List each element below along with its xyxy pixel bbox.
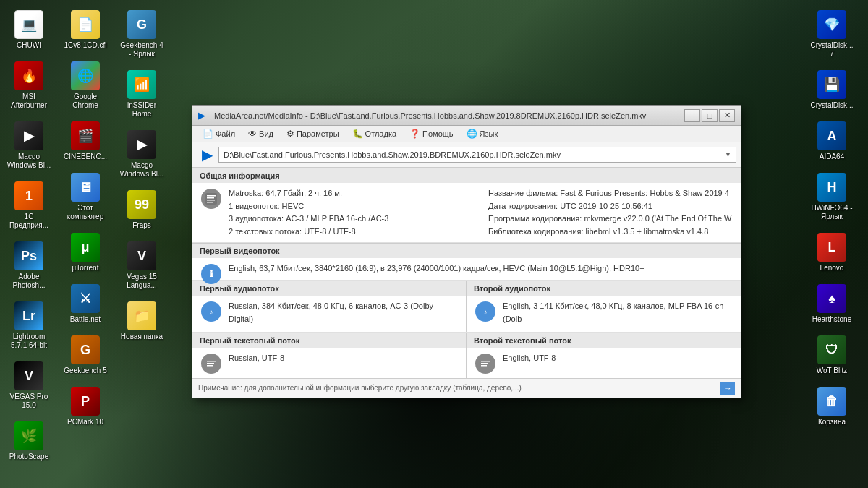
desktop-icon-macgo2[interactable]: ▶ Macgo Windows Bl... xyxy=(116,127,167,181)
desktop-icon-vegas[interactable]: V VEGAS Pro 15.0 xyxy=(4,359,54,413)
menu-lang[interactable]: 🌐 Язык xyxy=(461,127,504,140)
desktop-icon-file1c[interactable]: 📄 1Cv8.1CD.cfl xyxy=(60,7,111,53)
desktop-icon-chrome[interactable]: 🌐 Google Chrome xyxy=(60,59,111,113)
recycle-icon-img: 🗑 xyxy=(817,387,846,416)
macgo-label: Macgo Windows Bl... xyxy=(7,153,51,170)
general-libebml: Библиотека кодирования: libebml v1.3.5 +… xyxy=(488,226,733,239)
audio2-section: Второй аудиопоток ♪ English, 3 141 Кбит/… xyxy=(467,281,741,332)
onec-label: 1С Предприя... xyxy=(7,213,51,230)
video-icon: ℹ xyxy=(200,262,223,286)
text2-info: English, UTF-8 xyxy=(503,352,733,365)
audio2-text: English, 3 141 Кбит/сек, 48,0 КГц, 8 кан… xyxy=(503,300,733,325)
desktop-icon-geekbench4[interactable]: G Geekbench 4 - Ярлык xyxy=(116,7,167,61)
general-right: Название фильма: Fast & Furious Presents… xyxy=(488,187,733,238)
desktop-icon-macgo[interactable]: ▶ Macgo Windows Bl... xyxy=(4,119,54,173)
photoscape-icon-img: 🌿 xyxy=(14,421,43,450)
footer-arrow-button[interactable]: → xyxy=(720,382,735,395)
menu-help-label: Помощь xyxy=(422,129,454,138)
desktop-icon-aida64[interactable]: A AIDA64 xyxy=(807,119,857,164)
menu-options-label: Параметры xyxy=(297,129,339,138)
vegas-label: VEGAS Pro 15.0 xyxy=(7,393,51,410)
desktop-icon-crystal1[interactable]: 💎 CrystalDisk... 7 xyxy=(807,7,857,61)
svg-rect-15 xyxy=(481,363,488,364)
general-video: 1 видеопоток: HEVC xyxy=(229,200,474,213)
fraps-label: Fraps xyxy=(132,221,151,230)
close-button[interactable]: ✕ xyxy=(719,109,735,122)
svg-rect-2 xyxy=(207,197,214,199)
svg-rect-14 xyxy=(481,361,490,362)
lenovo-label: Lenovo xyxy=(820,264,844,273)
vegas-icon-img: V xyxy=(14,361,43,390)
general-audio: 3 аудиопотока: AC-3 / MLP FBA 16-ch /AC-… xyxy=(229,213,474,226)
desktop-icon-photoscape[interactable]: 🌿 PhotoScape xyxy=(4,419,54,464)
menu-debug[interactable]: 🐛 Отладка xyxy=(346,127,402,140)
menu-view[interactable]: 👁 Вид xyxy=(242,127,279,140)
svg-rect-0 xyxy=(205,193,217,205)
general-mkvmerge: Программа кодирования: mkvmerge v22.0.0 … xyxy=(488,213,733,226)
desktop-icon-utorrent[interactable]: μ µTorrent xyxy=(60,230,111,275)
general-title: Название фильма: Fast & Furious Presents… xyxy=(488,187,733,200)
toolbar-app-icon: ▶ xyxy=(197,145,217,165)
desktop-icon-recycle[interactable]: 🗑 Корзина xyxy=(807,384,857,429)
macgo2-label: Macgo Windows Bl... xyxy=(119,161,164,179)
inssider-label: inSSIDer Home xyxy=(119,101,164,119)
desktop-icon-cinebench[interactable]: 🎬 CINEBENC... xyxy=(60,119,111,164)
chuwi-label: CHUWI xyxy=(17,41,41,50)
desktop-icon-msi[interactable]: 🔥 MSI Afterburner xyxy=(4,59,54,113)
desktop-icon-crystal2[interactable]: 💾 CrystalDisk... xyxy=(807,67,857,113)
general-date: Дата кодирования: UTC 2019-10-25 10:56:4… xyxy=(488,200,733,213)
general-text: 2 текстовых потока: UTF-8 / UTF-8 xyxy=(229,226,474,239)
lang-menu-icon: 🌐 xyxy=(467,129,477,139)
desktop-icon-ps[interactable]: Ps Adobe Photosh... xyxy=(4,239,54,293)
menu-file[interactable]: 📄 Файл xyxy=(197,127,241,140)
desktop-icon-hearthstone[interactable]: ♠ Hearthstone xyxy=(807,281,857,327)
text2-icon-circle xyxy=(475,354,495,374)
file-path-bar[interactable]: D:\Blue\Fast.and.Furious.Presents.Hobbs.… xyxy=(218,147,736,163)
wot-icon-img: 🛡 xyxy=(817,335,846,364)
general-left: Matroska: 64,7 Гбайт, 2 ч. 16 м. 1 видео… xyxy=(229,187,474,238)
menu-view-label: Вид xyxy=(259,129,273,138)
audio2-icon: ♪ xyxy=(474,300,497,323)
desktop-icon-inssider[interactable]: 📶 inSSIDer Home xyxy=(116,67,167,121)
audio2-body: ♪ English, 3 141 Кбит/сек, 48,0 КГц, 8 к… xyxy=(467,296,741,332)
crystal1-icon-img: 💎 xyxy=(817,10,846,39)
onec-icon-img: 1 xyxy=(14,181,43,210)
desktop-icon-chuwi[interactable]: 💻 CHUWI xyxy=(4,7,54,53)
inssider-icon-img: 📶 xyxy=(127,70,156,99)
desktop-icon-lenovo[interactable]: L Lenovo xyxy=(807,230,857,275)
desktop-icons-left: 💻 CHUWI 🔥 MSI Afterburner ▶ Macgo Window… xyxy=(4,7,148,470)
aida64-icon-img: A xyxy=(817,121,846,150)
ps-label: Adobe Photosh... xyxy=(7,273,51,290)
audio1-icon-circle: ♪ xyxy=(201,301,221,322)
desktop-icon-hwinfo[interactable]: H HWiNFO64 - Ярлык xyxy=(807,170,857,224)
vegas15-icon-img: V xyxy=(127,241,156,270)
menu-help[interactable]: ❓ Помощь xyxy=(404,127,459,140)
menu-options[interactable]: ⚙ Параметры xyxy=(281,127,345,140)
geekbench-icon-img: G xyxy=(71,335,100,364)
restore-button[interactable]: □ xyxy=(702,109,718,122)
desktop-icon-lr[interactable]: Lr Lightroom 5.7.1 64-bit xyxy=(4,299,54,353)
lenovo-icon-img: L xyxy=(817,233,846,262)
text1-icon xyxy=(200,352,223,375)
hwinfo-label: HWiNFO64 - Ярлык xyxy=(809,204,854,221)
view-menu-icon: 👁 xyxy=(248,129,257,139)
computer-label: Этот компьютер xyxy=(63,204,108,221)
crystal2-label: CrystalDisk... xyxy=(811,101,854,110)
desktop-icon-onec[interactable]: 1 1С Предприя... xyxy=(4,179,54,233)
general-icon xyxy=(200,187,223,210)
text-section: Первый текстовый поток xyxy=(192,333,741,378)
ps-icon-img: Ps xyxy=(14,241,43,270)
desktop-icon-novapapka[interactable]: 📁 Новая папка xyxy=(116,299,167,344)
desktop-icon-fraps[interactable]: 99 Fraps xyxy=(116,187,167,233)
cinebench-label: CINEBENC... xyxy=(64,153,107,161)
text1-section: Первый текстовый поток xyxy=(192,333,467,378)
desktop-icon-vegas15[interactable]: V Vegas 15 Langua... xyxy=(116,239,167,293)
desktop-icon-battle[interactable]: ⚔ Battle.net xyxy=(60,281,111,327)
audio1-body: ♪ Russian, 384 Кбит/сек, 48,0 КГц, 6 кан… xyxy=(192,296,467,332)
desktop-icon-geekbench[interactable]: G Geekbench 5 xyxy=(60,333,111,378)
minimize-button[interactable]: ─ xyxy=(684,109,700,122)
desktop-icon-wot[interactable]: 🛡 WoT Blitz xyxy=(807,333,857,378)
desktop-icon-pcmark[interactable]: P PCMark 10 xyxy=(60,384,111,429)
desktop-icon-computer[interactable]: 🖥 Этот компьютер xyxy=(60,170,111,224)
general-matroska: Matroska: 64,7 Гбайт, 2 ч. 16 м. xyxy=(229,187,474,200)
